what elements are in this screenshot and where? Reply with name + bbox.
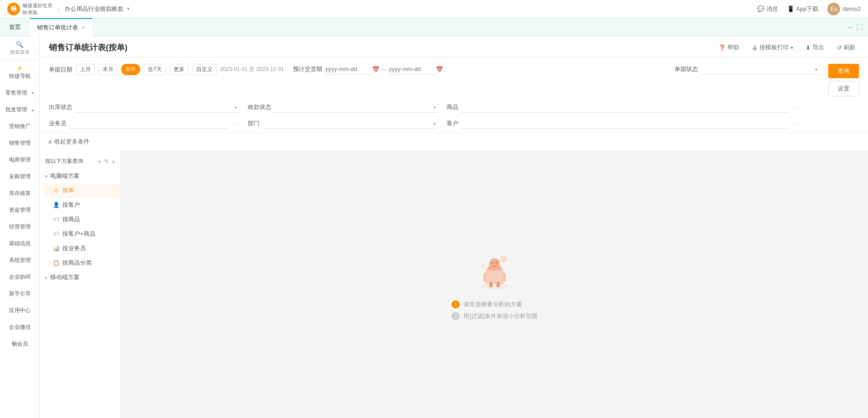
left-panel: 按以下方案查询 + ✎ « ▾ 电脑端方案 ⊙: [40, 150, 121, 418]
query-settings-group: 查询 设置: [828, 64, 859, 96]
tree-parent-pc[interactable]: ▾ 电脑端方案: [40, 169, 121, 183]
salesperson-input[interactable]: [69, 118, 229, 129]
maximize-window-icon[interactable]: ⛶: [856, 24, 863, 31]
sidebar-item-finance[interactable]: 资金管理: [0, 202, 39, 218]
empty-illustration: [472, 248, 517, 293]
scheme-goods[interactable]: 🏷 按商品: [43, 212, 121, 227]
customer-more-icon[interactable]: ···: [794, 120, 799, 127]
sidebar-item-system[interactable]: 系统管理: [0, 252, 39, 269]
collapse-panel-icon[interactable]: «: [112, 158, 115, 165]
goods-label: 商品: [447, 103, 458, 111]
help-icon: ❓: [718, 44, 726, 51]
sidebar-item-new-guide[interactable]: 新手引导: [0, 285, 39, 302]
calendar-from-icon[interactable]: 📅: [372, 66, 379, 73]
collapse-row: ∧ 收起更多条件: [40, 133, 868, 150]
tree-collapsed-icon: ▸: [45, 275, 47, 280]
left-panel-wrapper: 按以下方案查询 + ✎ « ▾ 电脑端方案 ⊙: [40, 150, 868, 418]
content-area: 销售订单统计表(按单) ❓ 帮助 🖨 按模板打印 ▾ ⬇ 导出 ↺ 刷新: [40, 36, 868, 418]
sidebar-item-enterprise-coop[interactable]: 企业协同: [0, 269, 39, 285]
scheme-salesperson[interactable]: 📊 按业务员: [43, 241, 121, 256]
svg-rect-8: [489, 282, 493, 287]
collapse-button[interactable]: ∧ 收起更多条件: [42, 136, 95, 147]
pay-status-select[interactable]: [274, 102, 438, 113]
sidebar-item-wholesale[interactable]: 批发管理 ▴: [0, 101, 39, 118]
this-month-button[interactable]: 本月: [99, 64, 118, 75]
sidebar-item-quick-nav[interactable]: ⚡ 快捷导航: [0, 61, 39, 85]
dropdown-arrow-icon[interactable]: ▾: [127, 6, 130, 12]
edit-scheme-icon[interactable]: ✎: [104, 158, 109, 165]
user-menu-button[interactable]: Ea demo2: [827, 3, 861, 15]
svg-point-10: [500, 256, 507, 263]
refresh-icon: ↺: [837, 44, 842, 51]
sidebar: 🔍 搜索菜单 ⚡ 快捷导航 零售管理 ▾ 批发管理 ▴ 营销推广 销售管理 电商…: [0, 36, 40, 418]
settings-button[interactable]: 设置: [828, 81, 859, 96]
out-status-select[interactable]: [75, 102, 239, 113]
tab-active[interactable]: 销售订单统计表 ×: [30, 18, 92, 36]
sidebar-item-ecom[interactable]: 电商管理: [0, 152, 39, 168]
sub-tree-pc: ⊙ 按单 👤 按客户 🏷 按商品 🏷 按客: [40, 183, 121, 270]
left-panel-title: 按以下方案查询: [45, 157, 83, 165]
panel-icons: + ✎ «: [98, 158, 115, 165]
calendar-to-icon[interactable]: 📅: [436, 66, 443, 73]
more-date-button[interactable]: 更多: [170, 64, 189, 75]
sidebar-item-enterprise-wechat[interactable]: 企业微信: [0, 319, 39, 336]
sidebar-item-basic-info[interactable]: 基础信息: [0, 235, 39, 252]
scheme-customer[interactable]: 👤 按客户: [43, 198, 121, 212]
refresh-button[interactable]: ↺ 刷新: [833, 42, 859, 53]
message-button[interactable]: 💬 消息: [757, 5, 778, 13]
quick-nav-icon: ⚡: [16, 65, 23, 71]
status-select[interactable]: [701, 64, 819, 75]
sidebar-item-inventory[interactable]: 库存核算: [0, 185, 39, 202]
filter-panel: 单据日期 上月 本月 本年 近7天 更多 自定义 2023-01-01 至 20…: [40, 57, 868, 150]
sidebar-item-retail[interactable]: 零售管理 ▾: [0, 85, 39, 101]
customer-scheme-icon: 👤: [52, 201, 60, 209]
page-title: 销售订单统计表(按单): [49, 42, 127, 53]
help-button[interactable]: ❓ 帮助: [715, 42, 743, 53]
export-button[interactable]: ⬇ 导出: [802, 42, 828, 53]
empty-tip-1: 1 请先选择要分析的方案: [452, 300, 537, 309]
print-dropdown-icon: ▾: [791, 45, 793, 50]
tree-parent-mobile[interactable]: ▸ 移动端方案: [40, 270, 121, 285]
search-icon: 🔍: [16, 41, 24, 48]
svg-rect-6: [483, 273, 487, 282]
sidebar-item-member[interactable]: 畅会员: [0, 336, 39, 352]
sidebar-item-ops[interactable]: 经营管理: [0, 218, 39, 235]
sidebar-item-app-center[interactable]: 应用中心: [0, 302, 39, 319]
tabbar: 首页 销售订单统计表 × ─ ⛶: [0, 18, 868, 36]
pc-section-label: 电脑端方案: [50, 172, 80, 180]
minimize-window-icon[interactable]: ─: [848, 24, 853, 31]
tip-number-1: 1: [452, 300, 460, 309]
last7-button[interactable]: 近7天: [144, 64, 166, 75]
custom-date-button[interactable]: 自定义: [192, 64, 217, 75]
tree-expand-icon: ▾: [45, 174, 47, 179]
svg-rect-9: [496, 282, 500, 287]
goods-input[interactable]: [461, 102, 789, 113]
tab-home[interactable]: 首页: [0, 18, 30, 36]
tab-close-button[interactable]: ×: [82, 24, 85, 31]
customer-input[interactable]: [461, 118, 789, 129]
expected-date-to-input[interactable]: [389, 64, 434, 75]
template-print-button[interactable]: 🖨 按模板打印 ▾: [748, 42, 797, 53]
app-download-button[interactable]: 📱 App下载: [787, 5, 818, 13]
sidebar-item-sales[interactable]: 销售管理: [0, 135, 39, 152]
query-button[interactable]: 查询: [828, 64, 859, 78]
sidebar-item-search[interactable]: 🔍 搜索菜单: [0, 36, 39, 61]
scheme-order[interactable]: ⊙ 按单: [43, 183, 121, 198]
salesperson-more-icon[interactable]: ···: [233, 120, 239, 127]
sidebar-item-marketing[interactable]: 营销推广: [0, 118, 39, 135]
dept-select[interactable]: [262, 118, 438, 129]
cust-goods-icon: 🏷: [52, 230, 60, 238]
goods-more-icon[interactable]: ···: [794, 104, 799, 111]
salesperson-icon: 📊: [52, 245, 60, 252]
scheme-cust-goods[interactable]: 🏷 按客户+商品: [43, 227, 121, 241]
avatar: Ea: [827, 3, 840, 15]
last-month-button[interactable]: 上月: [76, 64, 95, 75]
expected-date-from-input[interactable]: [325, 64, 370, 75]
sidebar-item-purchase[interactable]: 采购管理: [0, 168, 39, 185]
pay-status-label: 收款状态: [248, 103, 271, 111]
this-year-button[interactable]: 本年: [121, 64, 140, 75]
add-scheme-icon[interactable]: +: [98, 158, 101, 165]
download-icon: 📱: [787, 5, 794, 12]
logo-icon: 畅: [7, 3, 20, 15]
scheme-goods-category[interactable]: 📋 按商品分类: [43, 256, 121, 270]
